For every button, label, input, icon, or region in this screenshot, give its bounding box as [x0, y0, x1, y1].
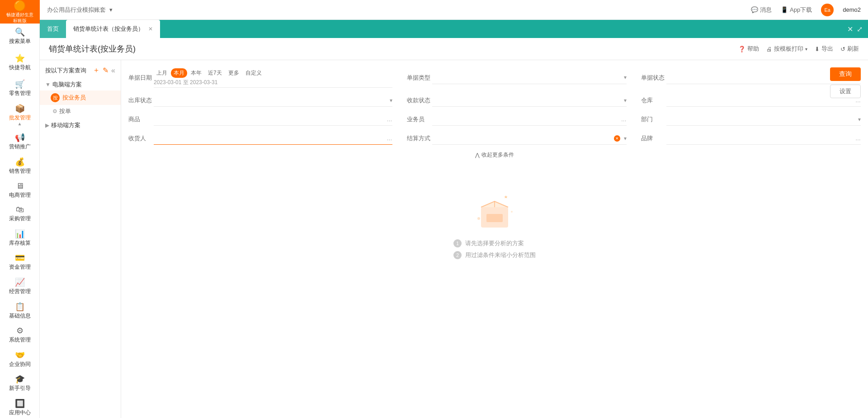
sidebar-item-search[interactable]: 🔍 搜索菜单: [0, 24, 39, 48]
right-panel-inner: 查询 设置 单据日期 上月 本月: [128, 67, 861, 286]
tab-expand-btn[interactable]: ⤢: [857, 25, 863, 33]
basic-icon: 📋: [15, 302, 25, 312]
ops-icon: 📈: [15, 277, 25, 287]
sidebar-item-apps[interactable]: 🔲 应用中心: [0, 395, 39, 418]
export-btn[interactable]: ⬇ 导出: [815, 45, 833, 53]
message-icon: 💬: [751, 6, 758, 13]
user-avatar[interactable]: Ea: [821, 4, 834, 16]
print-btn[interactable]: 🖨 按模板打印 ▾: [766, 45, 807, 53]
sales-icon: 💰: [15, 157, 25, 167]
app-download-btn[interactable]: 📱 App下载: [781, 6, 812, 14]
receiver-label: 收货人: [128, 134, 154, 142]
tab-home-label: 首页: [47, 25, 59, 33]
receipt-status-arrow-icon: ▾: [624, 97, 627, 104]
app-download-label: App下载: [790, 6, 812, 14]
receipt-status-control[interactable]: ▾: [432, 94, 627, 107]
query-buttons-area: 查询 设置: [830, 67, 861, 98]
sidebar-item-retail[interactable]: 🛒 零售管理: [0, 76, 39, 100]
main: 办公用品行业模拟账套 ▾ 💬 消息 📱 App下载 Ea demo2 首页 销货…: [40, 0, 868, 418]
sidebar-item-onboarding[interactable]: 🎓 新手引导: [0, 370, 39, 395]
sidebar-item-quick-nav-label: 快捷导航: [9, 64, 31, 71]
date-tab-last-7days[interactable]: 近7天: [205, 68, 225, 78]
sidebar-item-purchase[interactable]: 🛍 采购管理: [0, 201, 39, 225]
scheme-by-staff-icon-text: 按: [53, 95, 58, 101]
top-header-right: 💬 消息 📱 App下载 Ea demo2: [751, 4, 861, 16]
date-tab-more[interactable]: 更多: [226, 68, 242, 78]
tab-close-btn[interactable]: ✕: [847, 25, 853, 33]
purchase-icon: 🛍: [16, 205, 24, 214]
dept-arrow-icon: ▾: [858, 116, 861, 123]
sidebar-item-marketing[interactable]: 📢 营销推广: [0, 129, 39, 153]
dept-control[interactable]: ▾: [666, 113, 861, 126]
user-name[interactable]: demo2: [843, 6, 861, 13]
sidebar-item-enterprise[interactable]: 🤝 企业协同: [0, 347, 39, 371]
edit-scheme-icon[interactable]: ✎: [103, 66, 108, 75]
brand-control[interactable]: …: [666, 132, 861, 145]
date-tab-last-month[interactable]: 上月: [154, 68, 170, 78]
breadcrumb[interactable]: 办公用品行业模拟账套 ▾: [47, 6, 113, 14]
receiver-more-icon[interactable]: …: [387, 135, 392, 142]
tab-home[interactable]: 首页: [40, 20, 66, 38]
filter-doc-type: 单据类型 ▾: [407, 71, 627, 84]
filter-warehouse: 仓库 …: [641, 94, 861, 107]
collapse-btn[interactable]: ⋀ 收起更多条件: [128, 151, 861, 159]
message-label: 消息: [760, 6, 772, 14]
sidebar-item-onboarding-label: 新手引导: [9, 385, 31, 392]
scheme-by-order-label: 按单: [59, 107, 71, 115]
scheme-group-pc-header[interactable]: ▼ 电脑端方案: [40, 79, 121, 90]
sidebar-item-wholesale[interactable]: 📦 批发管理 ▲: [0, 100, 39, 129]
query-button[interactable]: 查询: [830, 67, 861, 81]
filter-area: 单据日期 上月 本月 本年 近7天 更多 自定义: [128, 67, 861, 159]
settlement-control[interactable]: ✕ ▾: [432, 132, 627, 145]
date-tab-custom[interactable]: 自定义: [243, 68, 264, 78]
date-control[interactable]: 上月 本月 本年 近7天 更多 自定义 2023-03-01 至 2023-03…: [154, 67, 392, 88]
filter-row-2: 出库状态 ▾ 收款状态 ▾: [128, 94, 861, 107]
sidebar-item-system[interactable]: ⚙ 系统管理: [0, 322, 39, 347]
goods-more-icon[interactable]: …: [387, 116, 392, 123]
out-status-control[interactable]: ▾: [154, 94, 392, 107]
collapse-label: 收起更多条件: [481, 151, 514, 159]
order-sub-icon: ⚙: [52, 108, 57, 114]
receiver-control[interactable]: …: [154, 132, 392, 145]
scheme-item-by-staff[interactable]: 按 按业务员: [40, 90, 121, 105]
scheme-item-by-order[interactable]: ⚙ 按单: [40, 105, 121, 118]
date-tab-this-year[interactable]: 本年: [188, 68, 204, 78]
top-header: 办公用品行业模拟账套 ▾ 💬 消息 📱 App下载 Ea demo2: [40, 0, 868, 20]
brand-more-icon[interactable]: …: [855, 135, 861, 142]
add-scheme-icon[interactable]: ＋: [93, 66, 100, 75]
print-arrow-icon: ▾: [805, 47, 807, 52]
sidebar-item-ops[interactable]: 📈 经营管理: [0, 274, 39, 298]
sidebar-item-inventory[interactable]: 📊 库存核算: [0, 225, 39, 250]
page-title: 销货单统计表(按业务员): [49, 43, 136, 54]
mobile-group-label: 移动端方案: [51, 121, 80, 129]
tab-sales-stats[interactable]: 销货单统计表（按业务员） ✕: [66, 20, 160, 38]
sidebar-item-sales[interactable]: 💰 销售管理: [0, 153, 39, 178]
scheme-group-mobile-header[interactable]: ▶ 移动端方案: [40, 119, 121, 131]
sidebar-item-ecommerce[interactable]: 🖥 电商管理: [0, 178, 39, 202]
staff-control[interactable]: …: [432, 113, 627, 126]
help-btn[interactable]: ❓ 帮助: [738, 45, 759, 53]
dept-label: 部门: [641, 115, 666, 124]
retail-icon: 🛒: [15, 79, 25, 89]
filter-receipt-status: 收款状态 ▾: [407, 94, 627, 107]
tab-close-icon[interactable]: ✕: [148, 26, 153, 32]
settlement-label: 结算方式: [407, 134, 432, 142]
page-header: 销货单统计表(按业务员) ❓ 帮助 🖨 按模板打印 ▾ ⬇ 导出 ↺ 刷新: [40, 38, 868, 60]
wholesale-icon: 📦: [15, 104, 25, 114]
collapse-panel-icon[interactable]: «: [111, 66, 115, 75]
chevron-up-icon: ▲: [18, 121, 22, 126]
date-tab-this-month[interactable]: 本月: [171, 68, 187, 78]
message-btn[interactable]: 💬 消息: [751, 6, 772, 14]
doc-type-label: 单据类型: [407, 74, 432, 82]
staff-more-icon[interactable]: …: [621, 116, 627, 123]
sidebar-item-finance[interactable]: 💳 资金管理: [0, 249, 39, 274]
sidebar-logo[interactable]: 🟠 畅捷通好生意 标账版: [0, 0, 40, 24]
filter-date: 单据日期 上月 本月 本年 近7天 更多 自定义: [128, 67, 392, 88]
settings-button[interactable]: 设置: [830, 85, 861, 98]
goods-control[interactable]: …: [154, 113, 392, 126]
sidebar-item-basic[interactable]: 📋 基础信息: [0, 298, 39, 323]
refresh-btn[interactable]: ↺ 刷新: [840, 45, 859, 53]
sidebar-item-quick-nav[interactable]: ⭐ 快捷导航: [0, 50, 39, 74]
settlement-clear-icon[interactable]: ✕: [614, 135, 620, 142]
doc-type-control[interactable]: ▾: [432, 71, 627, 84]
